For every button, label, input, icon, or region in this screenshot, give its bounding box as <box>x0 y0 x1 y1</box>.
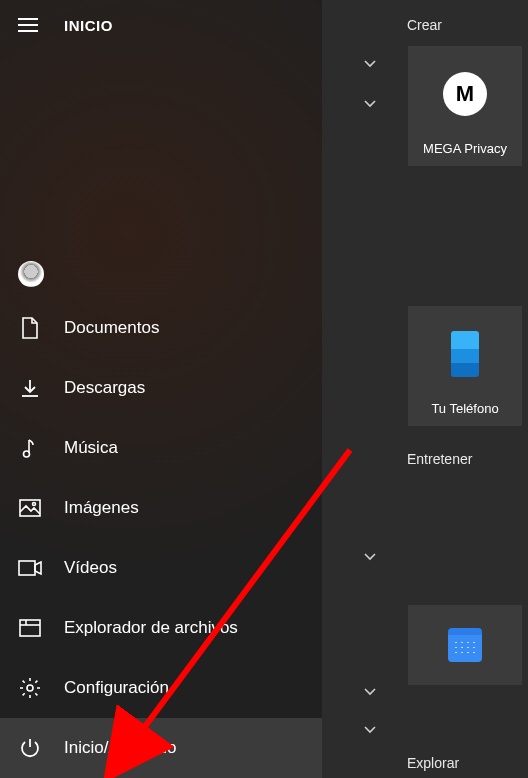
mega-icon: M <box>408 46 522 141</box>
tile-mega-privacy[interactable]: M MEGA Privacy <box>408 46 522 166</box>
pictures-button[interactable]: Imágenes <box>0 478 322 538</box>
power-button[interactable]: Inicio/Apagado <box>0 718 322 778</box>
settings-label: Configuración <box>64 678 169 698</box>
music-icon <box>18 437 42 459</box>
power-icon <box>18 738 42 758</box>
settings-button[interactable]: Configuración <box>0 658 322 718</box>
user-account-button[interactable] <box>0 250 322 298</box>
music-label: Música <box>64 438 118 458</box>
group-header-explore[interactable]: Explorar <box>407 755 459 771</box>
downloads-button[interactable]: Descargas <box>0 358 322 418</box>
file-explorer-label: Explorador de archivos <box>64 618 238 638</box>
videos-label: Vídeos <box>64 558 117 578</box>
chevron-down-icon[interactable] <box>364 60 376 68</box>
start-title: INICIO <box>64 17 113 34</box>
document-icon <box>18 317 42 339</box>
documents-label: Documentos <box>64 318 159 338</box>
svg-point-2 <box>33 503 36 506</box>
svg-rect-4 <box>20 620 40 636</box>
right-pane: Crear M MEGA Privacy Tu Teléfono Entrete… <box>322 0 528 778</box>
video-icon <box>18 560 42 576</box>
svg-rect-3 <box>19 561 35 575</box>
downloads-label: Descargas <box>64 378 145 398</box>
calendar-icon <box>448 628 482 662</box>
chevron-down-icon[interactable] <box>364 553 376 561</box>
chevron-down-icon[interactable] <box>364 100 376 108</box>
tile-mega-label: MEGA Privacy <box>423 141 507 156</box>
group-header-create[interactable]: Crear <box>407 17 442 33</box>
tile-phone-label: Tu Teléfono <box>431 401 498 416</box>
svg-point-0 <box>24 451 30 457</box>
left-pane: INICIO Documentos <box>0 0 322 778</box>
gear-icon <box>18 677 42 699</box>
music-button[interactable]: Música <box>0 418 322 478</box>
avatar-icon <box>18 261 44 287</box>
tile-calendar[interactable] <box>408 605 522 685</box>
phone-icon <box>408 306 522 401</box>
videos-button[interactable]: Vídeos <box>0 538 322 598</box>
file-explorer-button[interactable]: Explorador de archivos <box>0 598 322 658</box>
svg-point-5 <box>27 685 33 691</box>
power-label: Inicio/Apagado <box>64 738 176 758</box>
chevron-down-icon[interactable] <box>364 688 376 696</box>
download-icon <box>18 378 42 398</box>
group-header-entertain[interactable]: Entretener <box>407 451 472 467</box>
chevron-down-icon[interactable] <box>364 726 376 734</box>
documents-button[interactable]: Documentos <box>0 298 322 358</box>
left-bottom-items: Documentos Descargas Música <box>0 250 322 778</box>
pictures-label: Imágenes <box>64 498 139 518</box>
start-menu: INICIO Documentos <box>0 0 528 778</box>
left-spacer <box>0 50 322 250</box>
file-explorer-icon <box>18 619 42 637</box>
hamburger-icon[interactable] <box>18 18 38 32</box>
tile-your-phone[interactable]: Tu Teléfono <box>408 306 522 426</box>
pictures-icon <box>18 499 42 517</box>
start-header: INICIO <box>0 0 322 50</box>
